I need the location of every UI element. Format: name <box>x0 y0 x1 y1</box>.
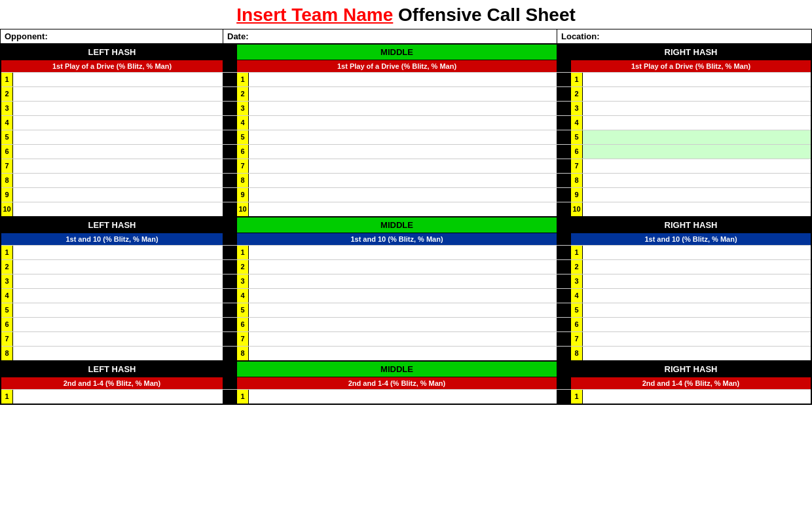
section2-mid-play-8[interactable] <box>249 347 558 360</box>
section1-left-play-10[interactable] <box>13 202 224 216</box>
section1-right-play-9[interactable] <box>583 188 811 202</box>
section1-mid-play-6[interactable] <box>249 145 558 159</box>
section3-right-play-1[interactable] <box>583 390 811 404</box>
section2-left-play-8[interactable] <box>13 347 224 360</box>
section1-mid-num-8: 8 <box>237 174 249 187</box>
section1-left-play-9[interactable] <box>13 188 224 202</box>
section2-right-play-5[interactable] <box>583 303 811 317</box>
section2-sep2 <box>558 217 571 233</box>
section2-right-sub: 1st and 10 (% Blitz, % Man) <box>571 233 811 245</box>
section1-right-play-10[interactable] <box>583 202 811 216</box>
section2-left-play-1[interactable] <box>13 246 224 259</box>
section1-left-play-2[interactable] <box>13 87 224 101</box>
section2-mid-play-7[interactable] <box>249 332 558 346</box>
section1-row-10: 10 10 10 <box>1 202 811 216</box>
section2-left-play-6[interactable] <box>13 318 224 331</box>
section1-left-play-5[interactable] <box>13 130 224 144</box>
section3-mid-sub: 2nd and 1-4 (% Blitz, % Man) <box>237 377 558 389</box>
section2-mid-play-4[interactable] <box>249 289 558 303</box>
section2-right-play-1[interactable] <box>583 246 811 259</box>
section3-left-play-1[interactable] <box>13 390 224 404</box>
section2-mid-num-6: 6 <box>237 318 249 331</box>
section3-sep-row-1-1 <box>224 390 237 404</box>
section1-row-7: 7 7 7 <box>1 159 811 173</box>
section2-right-num-4: 4 <box>571 289 583 303</box>
section2-mid-play-3[interactable] <box>249 274 558 288</box>
section1-mid-play-1[interactable] <box>249 73 558 86</box>
section1-right-num-8: 8 <box>571 174 583 187</box>
section1-sep-row-9-1 <box>224 188 237 202</box>
section1-mid-play-7[interactable] <box>249 159 558 173</box>
section1-left-play-6[interactable] <box>13 145 224 159</box>
section2-left-header: LEFT HASH <box>1 217 224 233</box>
section3-mid-header: MIDDLE <box>237 362 558 377</box>
section1-sep-row-8-2 <box>558 174 571 187</box>
section1-right-play-2[interactable] <box>583 87 811 101</box>
section1-left-play-8[interactable] <box>13 174 224 187</box>
section1-left-play-3[interactable] <box>13 102 224 115</box>
section1-right-play-4[interactable] <box>583 116 811 130</box>
section1-mid-num-2: 2 <box>237 87 249 101</box>
section1-left-sub: 1st Play of a Drive (% Blitz, % Man) <box>1 60 224 72</box>
section2-left-num-7: 7 <box>1 332 13 346</box>
section1-left-play-4[interactable] <box>13 116 224 130</box>
section1-mid-play-4[interactable] <box>249 116 558 130</box>
section2-row-3: 3 3 3 <box>1 274 811 288</box>
section2-mid-num-3: 3 <box>237 274 249 288</box>
section2-mid-play-1[interactable] <box>249 246 558 259</box>
section2-right-play-3[interactable] <box>583 274 811 288</box>
section3-right-header: RIGHT HASH <box>571 362 811 377</box>
section3-mid-play-1[interactable] <box>249 390 558 404</box>
section3-subheader-row: 2nd and 1-4 (% Blitz, % Man) 2nd and 1-4… <box>1 377 811 389</box>
section2-right-play-6[interactable] <box>583 318 811 331</box>
section1-right-num-7: 7 <box>571 159 583 173</box>
section2-mid-num-7: 7 <box>237 332 249 346</box>
section1-mid-play-9[interactable] <box>249 188 558 202</box>
section1-right-play-8[interactable] <box>583 174 811 187</box>
section2-left-play-4[interactable] <box>13 289 224 303</box>
section1-right-play-5[interactable] <box>583 130 811 144</box>
section1-mid-play-8[interactable] <box>249 174 558 187</box>
section1-mid-num-10: 10 <box>237 202 249 216</box>
section3-left-num-1: 1 <box>1 390 13 404</box>
section2-mid-play-2[interactable] <box>249 260 558 274</box>
section2-right-play-4[interactable] <box>583 289 811 303</box>
section3-right-sub: 2nd and 1-4 (% Blitz, % Man) <box>571 377 811 389</box>
section1-row-6: 6 6 6 <box>1 144 811 159</box>
section3-sep1 <box>224 362 237 377</box>
section1-right-play-3[interactable] <box>583 102 811 115</box>
title-team: Insert Team Name <box>236 5 393 25</box>
section2-right-play-7[interactable] <box>583 332 811 346</box>
section2-sep-row-1-2 <box>558 246 571 259</box>
section2-right-play-8[interactable] <box>583 347 811 360</box>
section2-right-num-7: 7 <box>571 332 583 346</box>
section1-right-play-6[interactable] <box>583 145 811 159</box>
section1-left-play-7[interactable] <box>13 159 224 173</box>
section2-mid-num-5: 5 <box>237 303 249 317</box>
section2-row-8: 8 8 8 <box>1 346 811 360</box>
section2-sep-row-7-1 <box>224 332 237 346</box>
opponent-cell: Opponent: <box>1 29 223 43</box>
section2-sep-row-6-1 <box>224 318 237 331</box>
section1-right-play-1[interactable] <box>583 73 811 86</box>
section1-right-play-7[interactable] <box>583 159 811 173</box>
section1-mid-play-2[interactable] <box>249 87 558 101</box>
section2-row-1: 1 1 1 <box>1 245 811 259</box>
section2-left-play-3[interactable] <box>13 274 224 288</box>
section2-row-7: 7 7 7 <box>1 331 811 346</box>
section1-sep-row-10-2 <box>558 202 571 216</box>
section2-row-5: 5 5 5 <box>1 303 811 317</box>
section2-right-play-2[interactable] <box>583 260 811 274</box>
section2-mid-play-6[interactable] <box>249 318 558 331</box>
section1-mid-play-5[interactable] <box>249 130 558 144</box>
section2-mid-sub: 1st and 10 (% Blitz, % Man) <box>237 233 558 245</box>
section1-sep-row-3-1 <box>224 102 237 115</box>
section1-mid-play-3[interactable] <box>249 102 558 115</box>
section2-left-play-7[interactable] <box>13 332 224 346</box>
section1-left-play-1[interactable] <box>13 73 224 86</box>
section1-sep-row-6-1 <box>224 145 237 159</box>
section2-mid-play-5[interactable] <box>249 303 558 317</box>
section2-left-play-2[interactable] <box>13 260 224 274</box>
section2-left-play-5[interactable] <box>13 303 224 317</box>
section1-mid-play-10[interactable] <box>249 202 558 216</box>
